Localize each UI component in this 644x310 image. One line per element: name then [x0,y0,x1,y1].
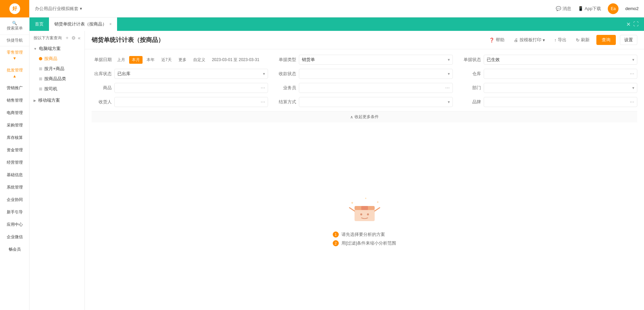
empty-illustration: ✦ ✦ ✦ [348,193,381,226]
tree-item-by-warehouse[interactable]: ⊞ 按司机 [39,84,85,94]
sidebar-item-marketing[interactable]: 营销推广 [0,82,29,94]
settings-scheme-btn[interactable]: ⚙ [71,35,76,41]
filter-product: 商品 ··· [92,83,268,93]
sidebar-item-ecommerce[interactable]: 电商管理 [0,107,29,119]
settle-arrow-icon: ▾ [448,100,450,104]
staff-select[interactable]: ··· [299,83,452,93]
sidebar-item-basic[interactable]: 基础信息 [0,169,29,181]
date-btn-more[interactable]: 更多 [176,56,189,64]
filter-date: 单据日期 上月 本月 本年 近7天 更多 自定义 2023-03-01 至 20… [92,56,268,64]
tree-item-by-month-product[interactable]: ⊞ 按月+商品 [39,64,85,74]
window-maximize-btn[interactable]: ⛶ [633,21,639,27]
out-status-select[interactable]: 已出库 ▾ [114,69,268,79]
add-scheme-btn[interactable]: ＋ [65,35,69,41]
out-status-arrow-icon: ▾ [263,71,265,76]
brand-label: 品牌 [461,99,481,105]
page-content: 按以下方案查询 ＋ ⚙ « ▼ 电脑端方案 按商品 ⊞ 按月+商品 [30,31,644,310]
print-template-btn[interactable]: 🖨 按模板打印 ▾ [511,36,548,44]
tree-item-by-product-category[interactable]: ⊞ 按商品品类 [39,74,85,84]
settings-btn[interactable]: 设置 [620,35,637,45]
finance-label: 资金管理 [7,147,23,153]
empty-tip-1: 1 请先选择要分析的方案 [333,231,396,238]
tree-mobile-parent[interactable]: ▶ 移动端方案 [30,95,85,105]
export-label: 导出 [558,37,567,43]
brand-dots-icon[interactable]: ··· [630,99,634,105]
header-left: 办公用品行业模拟账套 ▾ [35,6,82,12]
retail-label: 零售管理 [7,50,23,55]
marketing-label: 营销推广 [7,85,23,91]
product-dots-icon[interactable]: ··· [261,85,265,91]
app-download-btn[interactable]: 📱 App下载 [578,6,601,12]
brand-select[interactable]: ··· [484,97,637,107]
date-btn-this-year[interactable]: 本年 [144,56,157,64]
svg-text:✦: ✦ [365,197,367,200]
refresh-btn[interactable]: ↻ 刷新 [573,36,592,44]
sidebar-item-inventory[interactable]: 库存核算 [0,132,29,144]
sidebar-item-retail[interactable]: 零售管理 ▼ [0,46,29,64]
filter-row-4: 收货人 ··· 结算方式 ▾ [92,97,637,107]
sidebar-item-weixin[interactable]: 企业微信 [0,231,29,243]
tab-bar: 首页 销货单统计计表（按商品） × ✕ ⛶ [30,17,644,31]
product-select[interactable]: ··· [114,83,268,93]
staff-dots-icon[interactable]: ··· [445,85,449,91]
sidebar-item-system[interactable]: 系统管理 [0,181,29,194]
date-btn-7days[interactable]: 近7天 [159,56,174,64]
date-btn-this-month[interactable]: 本月 [129,56,143,64]
settle-select[interactable]: ▾ [299,97,452,107]
collapse-bar[interactable]: ∧ 收起更多条件 [92,111,637,122]
date-label: 单据日期 [92,57,112,63]
tree-item-by-product[interactable]: 按商品 [39,54,85,64]
by-warehouse-label: 按司机 [44,86,57,92]
industry-dropdown[interactable]: 办公用品行业模拟账套 ▾ [35,6,82,12]
sidebar-item-app-center[interactable]: 应用中心 [0,218,29,231]
recipient-select[interactable]: ··· [114,97,268,107]
export-icon: ↑ [554,38,557,43]
dept-arrow-icon: ▾ [632,86,634,90]
svg-line-6 [375,208,380,211]
export-btn[interactable]: ↑ 导出 [552,36,570,44]
tab-current[interactable]: 销货单统计计表（按商品） × [49,17,117,31]
collapse-panel-btn[interactable]: « [78,35,80,41]
doc-status-select[interactable]: 已生效 ▾ [484,55,637,65]
doc-type-select[interactable]: 销货单 ▾ [299,55,452,65]
date-btn-last-month[interactable]: 上月 [114,56,128,64]
sidebar-item-operation[interactable]: 经营管理 [0,156,29,169]
sidebar-item-member[interactable]: 畅会员 [0,243,29,256]
filter-row-1: 单据日期 上月 本月 本年 近7天 更多 自定义 2023-03-01 至 20… [92,55,637,65]
sidebar-item-enterprise[interactable]: 企业协同 [0,194,29,206]
settings-label: 设置 [624,37,633,43]
user-avatar[interactable]: Ea [608,3,619,14]
message-btn[interactable]: 💬 消息 [556,6,571,12]
tree-desktop-parent[interactable]: ▼ 电脑端方案 [30,44,85,54]
help-btn[interactable]: ❓ 帮助 [486,36,507,44]
svg-line-5 [350,208,355,211]
app-logo[interactable]: 好 [0,0,29,17]
panel-header-label: 按以下方案查询 [34,35,62,41]
warehouse-select[interactable]: ··· [484,69,637,79]
sidebar-search[interactable]: 🔍 搜索菜单 [0,17,29,35]
tree-desktop-label: 电脑端方案 [39,46,61,52]
sidebar-item-purchase[interactable]: 采购管理 [0,119,29,132]
tab-home[interactable]: 首页 [30,17,49,31]
system-label: 系统管理 [7,185,23,190]
sidebar-item-finance[interactable]: 资金管理 [0,144,29,156]
sidebar-quick-nav[interactable]: 快捷导航 [0,35,29,46]
filter-row-3: 商品 ··· 业务员 ··· [92,83,637,93]
date-btn-custom[interactable]: 自定义 [191,56,208,64]
collapse-label: 收起更多条件 [355,114,379,120]
page-title-bar: 销货单统计计表（按商品） ❓ 帮助 🖨 按模板打印 ▾ ↑ 导出 [85,31,644,49]
purchase-label: 采购管理 [7,122,23,128]
dept-select[interactable]: ▾ [484,83,637,93]
grid-icon-3: ⊞ [39,87,42,91]
staff-label: 业务员 [276,85,296,91]
sidebar-item-wholesale[interactable]: 批发管理 ▲ [0,64,29,82]
recipient-dots-icon[interactable]: ··· [261,99,265,105]
payment-status-select[interactable]: ▾ [299,69,452,79]
window-close-btn[interactable]: ✕ [626,21,631,28]
query-btn[interactable]: 查询 [596,35,616,45]
tab-close-btn[interactable]: × [109,22,112,27]
sidebar-item-sales[interactable]: 销售管理 [0,94,29,107]
warehouse-dots-icon[interactable]: ··· [630,71,634,77]
refresh-icon: ↻ [576,38,580,43]
sidebar-item-guide[interactable]: 新手引导 [0,206,29,218]
